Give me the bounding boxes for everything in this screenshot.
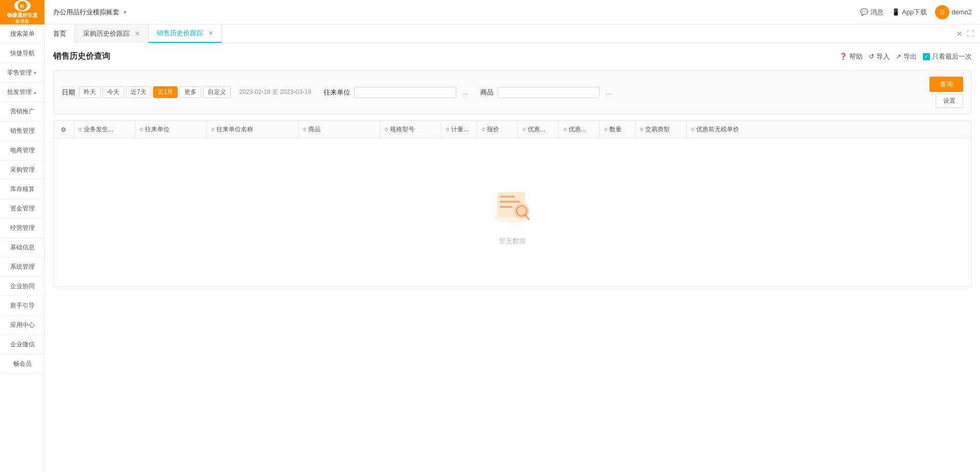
sidebar-item-ecommerce[interactable]: 电商管理 xyxy=(0,141,44,160)
th-qty-label: 数量 xyxy=(609,125,622,134)
export-label: 导出 xyxy=(903,52,917,61)
sidebar-item-base[interactable]: 基础信息 xyxy=(0,238,44,257)
sort-spec-icon xyxy=(384,127,388,132)
sidebar-item-wechat[interactable]: 企业微信 xyxy=(0,335,44,355)
sidebar-item-wechat-label: 企业微信 xyxy=(10,341,35,348)
tab-expand-icon[interactable]: ⛶ xyxy=(967,30,974,38)
date-btn-more[interactable]: 更多 xyxy=(180,86,201,98)
product-dots[interactable]: ... xyxy=(606,88,611,96)
th-date[interactable]: 业务发生... xyxy=(74,121,135,138)
sidebar-item-purchase[interactable]: 采购管理 xyxy=(0,160,44,180)
sidebar-item-vip-label: 畅会员 xyxy=(13,360,32,367)
sidebar-item-inventory[interactable]: 库存核算 xyxy=(0,180,44,199)
tab-minimize-icon[interactable]: ✕ xyxy=(957,30,963,38)
app-download-btn[interactable]: 📱 App下载 xyxy=(892,8,927,17)
data-table: ⚙ 业务发生... 往来单位 往来单位名称 商品 xyxy=(53,121,972,287)
sidebar-item-search[interactable]: 搜索菜单 xyxy=(0,25,44,44)
th-discount2[interactable]: 优惠... xyxy=(559,121,600,138)
sidebar-item-operations[interactable]: 经营管理 xyxy=(0,219,44,238)
settings-button[interactable]: 设置 xyxy=(936,94,963,108)
tab-purchase-close[interactable]: ✕ xyxy=(135,30,140,37)
sidebar: 好 畅捷通好生意 标准版 搜索菜单 快捷导航 零售管理 ▼ 批发管理 ▲ 营销推… xyxy=(0,0,45,472)
date-btn-today[interactable]: 今天 xyxy=(103,86,124,98)
sidebar-item-retail-label: 零售管理 xyxy=(7,68,32,77)
topbar-title: 办公用品行业模拟账套 xyxy=(53,8,119,17)
query-button[interactable]: 查询 xyxy=(929,77,963,92)
sidebar-item-retail[interactable]: 零售管理 ▼ xyxy=(0,63,44,83)
only-last-toggle[interactable]: ✓ 只看最后一次 xyxy=(923,52,972,61)
tab-sales[interactable]: 销售历史价跟踪 ✕ xyxy=(149,25,222,43)
sidebar-item-marketing-label: 营销推广 xyxy=(10,108,35,115)
table-header: ⚙ 业务发生... 往来单位 往来单位名称 商品 xyxy=(54,121,971,138)
only-last-checkbox[interactable]: ✓ xyxy=(923,53,930,60)
sidebar-item-quick[interactable]: 快捷导航 xyxy=(0,44,44,63)
sidebar-item-cooperation[interactable]: 企业协同 xyxy=(0,277,44,296)
sidebar-item-apps[interactable]: 应用中心 xyxy=(0,316,44,335)
th-gear[interactable]: ⚙ xyxy=(54,121,74,138)
th-product-label: 商品 xyxy=(308,125,321,134)
product-filter: 商品 ... xyxy=(480,87,611,98)
empty-icon xyxy=(487,179,538,230)
date-btn-7days[interactable]: 近7天 xyxy=(126,86,151,98)
th-unit-measure[interactable]: 计量... xyxy=(442,121,477,138)
product-input[interactable] xyxy=(498,87,600,98)
logo-icon: 好 xyxy=(14,0,31,11)
sidebar-item-system[interactable]: 系统管理 xyxy=(0,257,44,277)
download-icon: 📱 xyxy=(892,8,900,16)
th-discount1[interactable]: 优惠... xyxy=(518,121,559,138)
date-btn-1month[interactable]: 近1月 xyxy=(153,86,178,98)
partner-input[interactable] xyxy=(354,87,456,98)
sidebar-item-finance[interactable]: 资金管理 xyxy=(0,199,44,219)
message-btn[interactable]: 💬 消息 xyxy=(860,8,884,17)
logo[interactable]: 好 畅捷通好生意 标准版 xyxy=(0,0,44,25)
th-unit-code[interactable]: 往来单位 xyxy=(135,121,207,138)
th-price[interactable]: 报价 xyxy=(477,121,518,138)
th-trade-type[interactable]: 交易类型 xyxy=(635,121,687,138)
import-btn[interactable]: ↺ 导入 xyxy=(869,52,890,61)
th-unit-measure-label: 计量... xyxy=(451,125,469,134)
topbar-dropdown-icon[interactable]: ▾ xyxy=(124,9,127,16)
query-btn-area: 查询 设置 xyxy=(929,77,963,108)
svg-rect-6 xyxy=(500,206,512,208)
sidebar-item-marketing[interactable]: 营销推广 xyxy=(0,102,44,122)
empty-state: 暂无数据 xyxy=(54,138,971,287)
sidebar-item-apps-label: 应用中心 xyxy=(10,321,35,328)
tab-purchase[interactable]: 采购历史价跟踪 ✕ xyxy=(75,25,149,43)
sidebar-item-ecommerce-label: 电商管理 xyxy=(10,147,35,154)
th-unit-name[interactable]: 往来单位名称 xyxy=(207,121,299,138)
message-label: 消息 xyxy=(870,8,884,17)
tab-home-label: 首页 xyxy=(53,29,66,38)
sidebar-item-sales-mgmt[interactable]: 销售管理 xyxy=(0,122,44,141)
sidebar-item-vip[interactable]: 畅会员 xyxy=(0,355,44,374)
sidebar-item-guide-label: 新手引导 xyxy=(10,302,35,309)
partner-dots[interactable]: ... xyxy=(462,88,468,96)
sidebar-item-operations-label: 经营管理 xyxy=(10,224,35,231)
date-btn-custom[interactable]: 自定义 xyxy=(203,86,231,98)
tab-home[interactable]: 首页 xyxy=(45,25,75,43)
th-notax[interactable]: 优惠前无税单价 xyxy=(687,121,971,138)
th-spec[interactable]: 规格型号 xyxy=(380,121,442,138)
sidebar-item-wholesale[interactable]: 批发管理 ▲ xyxy=(0,83,44,102)
tab-sales-close[interactable]: ✕ xyxy=(208,30,213,37)
partner-label: 往来单位 xyxy=(324,88,350,97)
help-btn[interactable]: ❓ 帮助 xyxy=(839,52,863,61)
app-label: App下载 xyxy=(902,8,927,17)
product-label: 商品 xyxy=(480,88,494,97)
sort-qty-icon xyxy=(604,127,608,132)
th-discount2-label: 优惠... xyxy=(569,125,586,134)
sidebar-item-guide[interactable]: 新手引导 xyxy=(0,296,44,316)
sort-product-icon xyxy=(303,127,307,132)
topbar-right: 💬 消息 📱 App下载 D demo2 xyxy=(860,5,972,19)
th-date-label: 业务发生... xyxy=(84,125,113,134)
help-icon: ❓ xyxy=(839,53,847,60)
export-btn[interactable]: ↗ 导出 xyxy=(896,52,917,61)
th-product[interactable]: 商品 xyxy=(299,121,380,138)
th-qty[interactable]: 数量 xyxy=(600,121,635,138)
filter-row: 日期 昨天 今天 近7天 近1月 更多 自定义 2023-02-18 至 202… xyxy=(62,77,963,108)
th-unit-label: 往来单位 xyxy=(145,125,169,134)
date-btn-yesterday[interactable]: 昨天 xyxy=(79,86,101,98)
sort-notax-icon xyxy=(691,127,695,132)
user-area[interactable]: D demo2 xyxy=(935,5,972,19)
sidebar-item-finance-label: 资金管理 xyxy=(10,205,35,212)
svg-text:好: 好 xyxy=(19,4,24,8)
